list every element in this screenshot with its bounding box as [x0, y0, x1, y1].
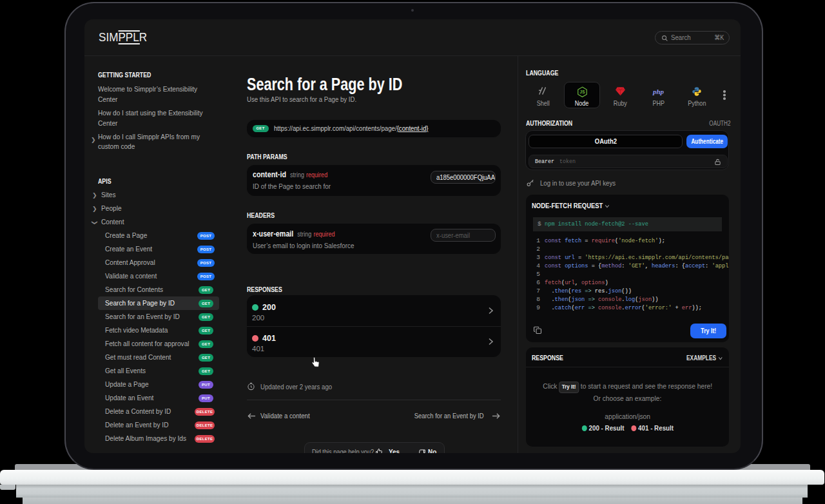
- svg-text:JS: JS: [579, 90, 585, 94]
